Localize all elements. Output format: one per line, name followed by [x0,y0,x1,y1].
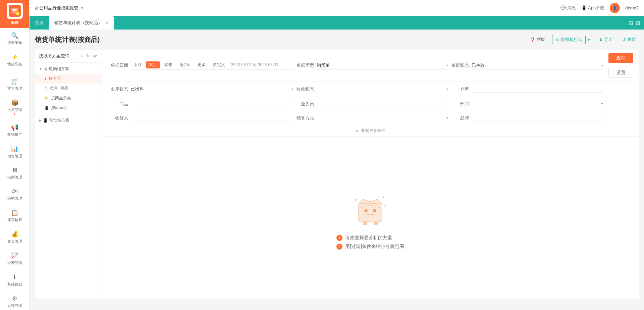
refresh-button[interactable]: ↺ 刷新 [620,35,639,44]
operations-icon: 📈 [11,252,18,259]
workspace-arrow-icon[interactable]: ▾ [81,6,83,10]
recipient-more-icon[interactable]: ··· [290,115,293,120]
print-button-group[interactable]: 🖨 按模板打印 ▾ [552,35,592,44]
scheme-item-by-month-product[interactable]: 🗓 按月+商品 [35,84,102,93]
svg-rect-9 [374,222,378,225]
product-more-icon[interactable]: ··· [290,101,293,106]
date-tab-last-month[interactable]: 上月 [131,61,144,68]
tab-sales-stats[interactable]: 销货单统计表（按商品） ✕ [49,16,114,30]
doc-status-select[interactable]: 已生效 ▾ [472,61,603,70]
edit-scheme-button[interactable]: ✎ [86,53,90,59]
maximize-icon[interactable]: ⊞ [636,20,640,26]
recipient-select[interactable]: ··· [131,114,293,121]
doc-type-select[interactable]: 销货单 ▾ [317,61,448,70]
scheme-group-pc: ▼ 🖥 电脑端方案 ● 按商品 🗓 按月+商品 [35,63,102,114]
date-tab-this-month[interactable]: 本月 [146,61,160,68]
tab-close-icon[interactable]: ✕ [105,20,108,25]
scheme-group-pc-header[interactable]: ▼ 🖥 电脑端方案 [35,64,102,74]
date-tab-7days[interactable]: 近7天 [177,61,193,68]
by-product-label: 按商品 [49,76,61,82]
setting-button[interactable]: 设置 [608,68,633,78]
message-button[interactable]: 💬 消息 [560,5,576,11]
marketing-icon: 📢 [11,124,18,131]
settlement-label: 结算方式 [293,115,317,121]
product-select[interactable]: ··· [131,100,293,107]
warehouse-more-icon[interactable]: ··· [600,87,603,91]
department-label: 部门 [448,101,472,107]
page-actions: ❓ 帮助 🖨 按模板打印 ▾ ⬇ 导出 ↺ 刷新 [527,35,639,44]
category-scheme-icon: 📁 [44,96,49,100]
recipient-label: 收货人 [107,115,131,121]
add-scheme-button[interactable]: + [80,53,83,59]
workspace-name: 办公用品行业模拟账套 [35,5,78,11]
sidebar-item-ecommerce[interactable]: 🖥 电商管理 [0,163,29,184]
basic-icon: ℹ [13,273,16,281]
warehouse-status-select[interactable]: 已出库 ▾ [131,85,293,93]
sidebar-item-basic[interactable]: ℹ 基础信息 [0,269,29,291]
sidebar-item-retail[interactable]: 🛒 零售管理 [0,73,29,95]
department-select[interactable]: ▾ [472,101,603,107]
sidebar-item-operations[interactable]: 📈 经营管理 [0,248,29,269]
empty-steps: 1 请先选择要分析的方案 2 用[过滤]条件来缩小分析范围 [336,235,404,250]
salesperson-label: 业务员 [293,101,317,107]
sidebar-item-wholesale[interactable]: 📦 批发管理 ▲ [0,95,29,120]
ecommerce-icon: 🖥 [12,167,18,174]
scheme-group-mobile-header[interactable]: ▶ 📱 移动端方案 [35,115,102,125]
scheme-actions: + ✎ ≪ [80,53,98,59]
minimize-icon[interactable]: ⊟ [629,20,633,26]
scheme-item-by-product[interactable]: ● 按商品 [35,74,102,84]
logo-area[interactable]: 财 标账 [0,0,29,28]
by-category-label: 按商品分类 [51,95,71,101]
month-scheme-icon: 🗓 [44,87,48,91]
sidebar-item-finance[interactable]: 💰 资金管理 [0,226,29,248]
date-tab-more[interactable]: 更多 [195,61,208,68]
doc-status-value: 已生效 [472,62,485,68]
tab-home[interactable]: 首页 [30,16,49,30]
sidebar-item-marketing[interactable]: 📢 营销推广 [0,120,29,141]
finance-icon: 💰 [11,230,18,238]
device-scheme-icon: 📱 [44,106,49,110]
scheme-item-by-category[interactable]: 📁 按商品分类 [35,93,102,103]
user-avatar[interactable]: 👤 [610,3,620,13]
user-name[interactable]: demo2 [625,5,639,10]
print-icon: 🖨 [555,37,559,42]
salesperson-more-icon[interactable]: ··· [445,101,448,106]
app-download-button[interactable]: 📱 App下载 [581,5,604,11]
two-panel: 按以下方案查询 + ✎ ≪ ▼ 🖥 电脑端方案 [35,50,639,299]
message-label: 消息 [567,5,576,11]
brand-more-icon[interactable]: ··· [600,115,603,120]
pc-scheme-icon: 🖥 [44,67,48,71]
payment-status-select[interactable]: ▾ [317,86,448,92]
filter-panel: 单据日期 上月 本月 本年 近7天 更多 自定义 2023-03-01 至 20… [102,50,639,299]
avatar-image: 👤 [612,6,618,10]
logo-text: 标账 [11,20,18,25]
sidebar-item-purchase[interactable]: 🛍 采购管理 [0,184,29,205]
svg-text:★: ★ [384,204,386,207]
sidebar-item-system[interactable]: ⚙ 系统管理 [0,291,29,310]
export-button[interactable]: ⬇ 导出 [596,35,615,44]
help-button[interactable]: ❓ 帮助 [527,35,548,44]
brand-select[interactable]: ··· [472,114,603,121]
settlement-select[interactable]: ▾ [317,115,448,121]
date-tab-this-year[interactable]: 本年 [162,61,175,68]
content-card: 按以下方案查询 + ✎ ≪ ▼ 🖥 电脑端方案 [35,50,639,299]
print-button[interactable]: 🖨 按模板打印 [552,35,585,44]
svg-text:财: 财 [16,12,19,15]
sidebar-item-search[interactable]: 🔍 搜索菜单 [0,28,29,49]
purchase-icon: 🛍 [12,188,18,195]
date-tab-custom[interactable]: 自定义 [210,61,228,68]
query-button[interactable]: 查询 [608,53,633,63]
sidebar-item-quick-nav[interactable]: ⚡ 快捷导航 [0,49,29,71]
top-header: 办公用品行业模拟账套 ▾ 💬 消息 📱 App下载 👤 demo2 [30,0,644,16]
sidebar-item-inventory[interactable]: 📋 库存核算 [0,205,29,226]
salesperson-select[interactable]: ··· [317,100,448,107]
scheme-header: 按以下方案查询 + ✎ ≪ [35,50,102,63]
scheme-item-by-device[interactable]: 📱 按司马机 [35,103,102,113]
print-dropdown-arrow[interactable]: ▾ [585,36,592,44]
collapse-filters-button[interactable]: ∧ 收起更多条件 [102,125,639,137]
collapse-scheme-button[interactable]: ≪ [93,53,98,59]
warehouse-select[interactable]: ··· [472,86,603,93]
sidebar-item-sales[interactable]: 📊 销售管理 [0,141,29,163]
doc-status-label: 单据状态 [448,62,472,68]
retail-icon: 🛒 [11,78,18,85]
